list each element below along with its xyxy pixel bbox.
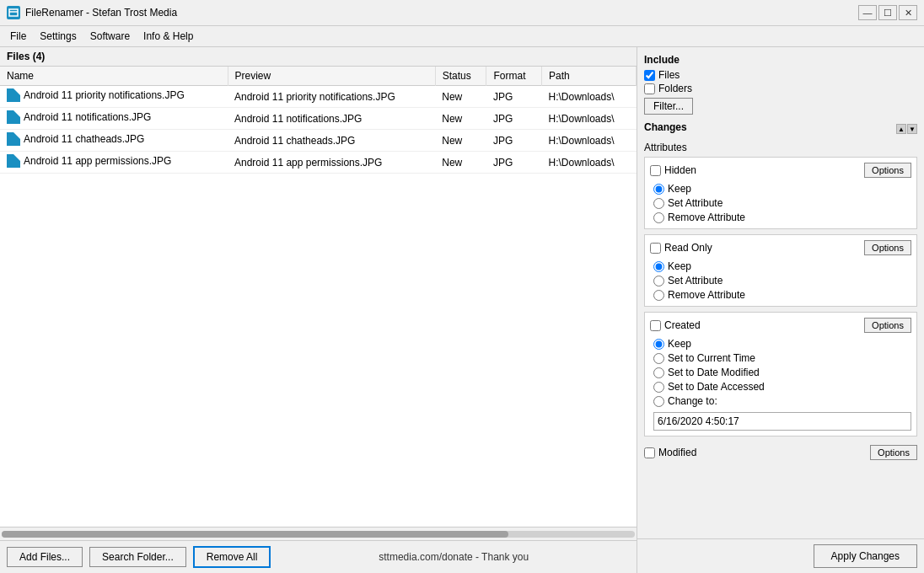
file-table[interactable]: Name Preview Status Format Path Android … [0, 67, 637, 527]
readonly-label[interactable]: Read Only [664, 242, 712, 254]
hidden-options-button[interactable]: Options [864, 163, 911, 178]
file-preview-cell: Android 11 chatheads.JPG [228, 130, 435, 152]
file-preview-cell: Android 11 notifications.JPG [228, 108, 435, 130]
readonly-remove-row: Remove Attribute [653, 289, 911, 301]
menu-settings[interactable]: Settings [33, 28, 83, 45]
collapse-up-button[interactable]: ▲ [896, 124, 906, 134]
file-format-cell: JPG [486, 130, 542, 152]
created-block: Created Options Keep Set to Current Time [644, 312, 917, 436]
created-changeto-label[interactable]: Change to: [668, 395, 717, 407]
file-name-cell: Android 11 app permissions.JPG [0, 152, 228, 174]
hidden-remove-radio[interactable] [653, 212, 664, 223]
created-datemod-row: Set to Date Modified [653, 367, 911, 378]
file-preview-cell: Android 11 app permissions.JPG [228, 152, 435, 174]
col-status[interactable]: Status [435, 67, 486, 86]
file-format-cell: JPG [486, 152, 542, 174]
filter-button[interactable]: Filter... [644, 98, 693, 115]
menu-file[interactable]: File [3, 28, 33, 45]
readonly-remove-label[interactable]: Remove Attribute [668, 289, 745, 301]
remove-all-button[interactable]: Remove All [193, 546, 271, 568]
created-radio-group: Keep Set to Current Time Set to Date Mod… [650, 338, 911, 431]
table-row[interactable]: Android 11 app permissions.JPGAndroid 11… [0, 152, 637, 174]
folders-label[interactable]: Folders [658, 83, 692, 94]
readonly-keep-radio[interactable] [653, 261, 664, 272]
svg-rect-0 [9, 9, 18, 16]
col-format[interactable]: Format [486, 67, 542, 86]
file-format-cell: JPG [486, 86, 542, 108]
readonly-set-label[interactable]: Set Attribute [668, 275, 723, 286]
created-options-button[interactable]: Options [864, 318, 911, 333]
main-content: Files (4) Name Preview Status Format Pat… [0, 47, 924, 573]
col-preview[interactable]: Preview [228, 67, 435, 86]
file-name-cell: Android 11 notifications.JPG [0, 108, 228, 130]
hidden-label[interactable]: Hidden [664, 164, 696, 176]
folders-checkbox[interactable] [644, 83, 655, 94]
modified-checkbox[interactable] [644, 447, 655, 458]
folders-include-row: Folders [644, 83, 917, 94]
hidden-checkbox[interactable] [650, 165, 661, 176]
created-datemod-label[interactable]: Set to Date Modified [668, 367, 760, 378]
menu-info-help[interactable]: Info & Help [137, 28, 200, 45]
created-label[interactable]: Created [664, 319, 701, 331]
changes-header: Changes ▲ ▼ [644, 121, 917, 137]
readonly-options-button[interactable]: Options [864, 240, 911, 255]
title-bar-left: FileRenamer - Stefan Trost Media [7, 6, 177, 19]
created-dateacc-radio[interactable] [653, 382, 664, 393]
created-checkbox[interactable] [650, 320, 661, 331]
hidden-radio-group: Keep Set Attribute Remove Attribute [650, 183, 911, 223]
created-keep-label[interactable]: Keep [668, 338, 691, 350]
minimize-button[interactable]: — [858, 5, 877, 20]
created-changeto-radio[interactable] [653, 396, 664, 407]
files-table: Name Preview Status Format Path Android … [0, 67, 637, 174]
created-current-label[interactable]: Set to Current Time [668, 352, 755, 364]
apply-changes-button[interactable]: Apply Changes [814, 544, 917, 568]
maximize-button[interactable]: ☐ [878, 5, 897, 20]
readonly-remove-radio[interactable] [653, 290, 664, 301]
hidden-keep-label[interactable]: Keep [668, 183, 691, 195]
col-path[interactable]: Path [541, 67, 636, 86]
horizontal-scrollbar[interactable] [0, 527, 637, 540]
right-panel-scroll[interactable]: Include Files Folders Filter... Changes … [637, 47, 924, 538]
readonly-checkbox[interactable] [650, 243, 661, 254]
close-button[interactable]: ✕ [899, 5, 917, 20]
table-row[interactable]: Android 11 priority notifications.JPGAnd… [0, 86, 637, 108]
hidden-set-radio[interactable] [653, 198, 664, 209]
hidden-set-label[interactable]: Set Attribute [668, 197, 723, 209]
right-bottom: Apply Changes [637, 538, 924, 573]
hidden-keep-radio[interactable] [653, 184, 664, 195]
readonly-set-row: Set Attribute [653, 275, 911, 286]
created-datemod-radio[interactable] [653, 367, 664, 378]
app-icon [7, 6, 20, 19]
date-value-input[interactable] [653, 412, 911, 431]
files-include-row: Files [644, 69, 917, 81]
scroll-thumb [2, 531, 508, 538]
created-dateacc-label[interactable]: Set to Date Accessed [668, 381, 765, 393]
modified-label[interactable]: Modified [658, 447, 696, 458]
readonly-keep-label[interactable]: Keep [668, 260, 691, 272]
hidden-header: Hidden Options [650, 163, 911, 178]
window-title: FileRenamer - Stefan Trost Media [25, 7, 177, 19]
files-checkbox[interactable] [644, 70, 655, 81]
readonly-set-radio[interactable] [653, 276, 664, 286]
file-name: Android 11 app permissions.JPG [24, 155, 171, 167]
left-panel: Files (4) Name Preview Status Format Pat… [0, 47, 637, 573]
add-files-button[interactable]: Add Files... [7, 547, 83, 567]
search-folder-button[interactable]: Search Folder... [89, 547, 186, 567]
col-name[interactable]: Name [0, 67, 228, 86]
created-current-radio[interactable] [653, 353, 664, 364]
files-label[interactable]: Files [658, 69, 680, 81]
jpg-icon [7, 110, 20, 124]
readonly-keep-row: Keep [653, 260, 911, 272]
hidden-keep-row: Keep [653, 183, 911, 195]
modified-options-button[interactable]: Options [870, 445, 917, 460]
modified-row: Modified Options [644, 442, 917, 463]
created-keep-radio[interactable] [653, 339, 664, 350]
table-row[interactable]: Android 11 notifications.JPGAndroid 11 n… [0, 108, 637, 130]
attributes-label: Attributes [644, 142, 917, 153]
hidden-remove-label[interactable]: Remove Attribute [668, 212, 745, 223]
created-header-left: Created [650, 319, 701, 331]
table-row[interactable]: Android 11 chatheads.JPGAndroid 11 chath… [0, 130, 637, 152]
created-current-row: Set to Current Time [653, 352, 911, 364]
collapse-down-button[interactable]: ▼ [907, 124, 917, 134]
menu-software[interactable]: Software [83, 28, 137, 45]
